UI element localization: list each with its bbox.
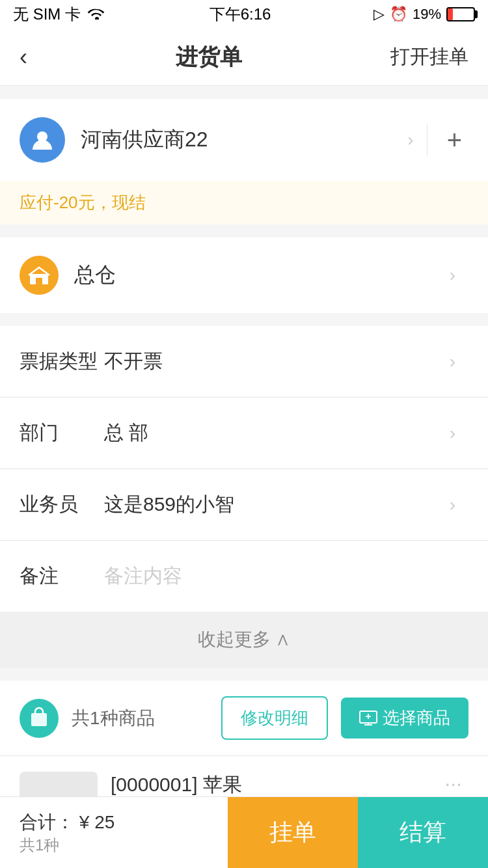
salesman-value: 这是859的小智 <box>104 491 450 518</box>
total-amount: ¥ 25 <box>79 812 115 832</box>
wifi-icon <box>87 5 107 23</box>
salesman-chevron-icon: › <box>450 495 455 515</box>
payment-notice: 应付-20元，现结 <box>0 181 488 224</box>
supplier-section: 河南供应商22 › + 应付-20元，现结 <box>0 99 488 224</box>
separator-1 <box>0 86 488 99</box>
warehouse-row[interactable]: 总仓 › <box>0 237 488 313</box>
total-section: 合计： ¥ 25 共1种 <box>0 810 228 856</box>
supplier-chevron-icon: › <box>407 129 413 150</box>
edit-detail-button[interactable]: 修改明细 <box>221 696 328 740</box>
location-icon: ▷ <box>373 6 385 23</box>
form-section: 票据类型 不开票 › 部门 总 部 › 业务员 这是859的小智 › 备注 备注… <box>0 326 488 612</box>
total-row: 合计： ¥ 25 <box>20 810 208 835</box>
invoice-type-value: 不开票 <box>104 348 450 375</box>
separator-2 <box>0 224 488 237</box>
hang-order-button[interactable]: 挂单 <box>228 797 358 869</box>
product-code: [0000001] <box>111 774 197 795</box>
svg-rect-3 <box>31 713 47 726</box>
invoice-type-label: 票据类型 <box>20 348 104 375</box>
add-supplier-button[interactable]: + <box>441 126 468 155</box>
product-count-label: 共1种商品 <box>72 706 208 731</box>
supplier-name[interactable]: 河南供应商22 <box>81 126 407 154</box>
time-label: 下午6:16 <box>210 4 271 25</box>
department-chevron-icon: › <box>450 423 455 444</box>
remark-label: 备注 <box>20 563 104 590</box>
department-row[interactable]: 部门 总 部 › <box>0 398 488 468</box>
battery-icon <box>446 7 475 21</box>
product-icon <box>20 699 59 738</box>
total-count: 共1种 <box>20 835 208 856</box>
product-name: [0000001] 苹果 <box>111 772 425 798</box>
status-bar: 无 SIM 卡 下午6:16 ▷ ⏰ 19% <box>0 0 488 29</box>
supplier-avatar <box>20 117 65 163</box>
separator-3 <box>0 313 488 326</box>
status-left: 无 SIM 卡 <box>13 4 107 25</box>
open-pending-button[interactable]: 打开挂单 <box>390 44 468 70</box>
warehouse-chevron-icon: › <box>450 265 455 286</box>
vertical-divider <box>427 124 427 156</box>
warehouse-section: 总仓 › <box>0 237 488 313</box>
salesman-row[interactable]: 业务员 这是859的小智 › <box>0 469 488 540</box>
department-value: 总 部 <box>104 420 450 446</box>
svg-rect-2 <box>36 278 42 284</box>
page-title: 进货单 <box>176 42 242 72</box>
remark-input[interactable]: 备注内容 <box>104 563 468 590</box>
select-product-label: 选择商品 <box>383 707 450 729</box>
back-button[interactable]: ‹ <box>20 44 27 71</box>
invoice-chevron-icon: › <box>450 351 455 372</box>
remark-row[interactable]: 备注 备注内容 <box>0 541 488 612</box>
separator-4 <box>0 668 488 681</box>
warehouse-name: 总仓 <box>74 261 450 290</box>
more-options-button[interactable]: ··· <box>438 772 468 796</box>
select-product-button[interactable]: 选择商品 <box>341 698 468 739</box>
alarm-icon: ⏰ <box>390 6 407 23</box>
supplier-row: 河南供应商22 › + <box>0 99 488 181</box>
product-title: 苹果 <box>203 774 242 795</box>
invoice-type-row[interactable]: 票据类型 不开票 › <box>0 326 488 397</box>
status-right: ▷ ⏰ 19% <box>373 6 475 23</box>
salesman-label: 业务员 <box>20 491 104 518</box>
department-label: 部门 <box>20 420 104 446</box>
warehouse-icon <box>20 256 59 295</box>
collapse-toggle[interactable]: 收起更多 ∧ <box>0 612 488 668</box>
settle-button[interactable]: 结算 <box>358 797 488 869</box>
total-label: 合计： <box>20 812 74 832</box>
battery-label: 19% <box>413 6 441 23</box>
bottom-bar: 合计： ¥ 25 共1种 挂单 结算 <box>0 796 488 868</box>
nav-bar: ‹ 进货单 打开挂单 <box>0 29 488 86</box>
product-header: 共1种商品 修改明细 选择商品 <box>0 681 488 755</box>
carrier-label: 无 SIM 卡 <box>13 4 81 25</box>
